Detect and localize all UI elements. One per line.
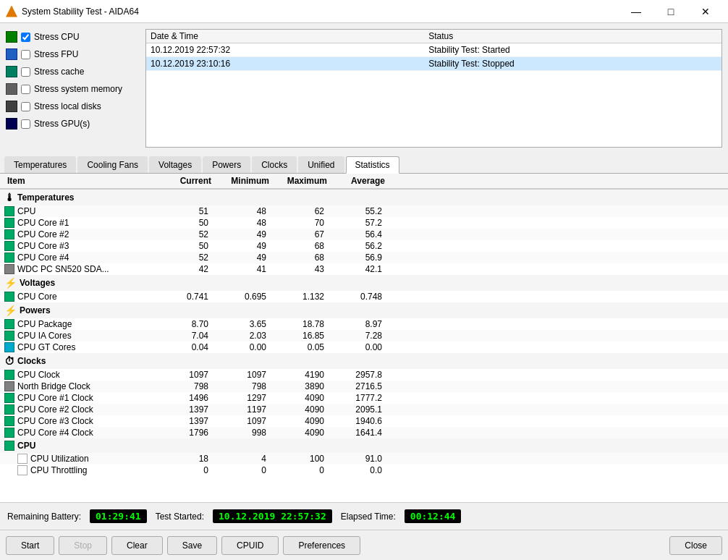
stress-gpu-item: Stress GPU(s) xyxy=(6,116,140,132)
app-icon xyxy=(6,6,17,17)
stress-cache-checkbox[interactable] xyxy=(21,67,30,77)
table-row[interactable]: CPU GT Cores 0.04 0.00 0.05 0.00 xyxy=(0,341,728,353)
stress-fpu-checkbox[interactable] xyxy=(21,50,30,59)
table-row[interactable]: CPU Core #1 50 48 70 57.2 xyxy=(0,217,728,229)
mem-stress-icon xyxy=(6,83,17,95)
test-started-label: Test Started: xyxy=(156,512,204,522)
main-container: Stress CPU Stress FPU Stress cache Stres… xyxy=(0,23,728,560)
tab-cooling-fans[interactable]: Cooling Fans xyxy=(77,156,148,173)
table-row[interactable]: CPU Clock 1097 1097 4190 2957.8 xyxy=(0,369,728,381)
table-row[interactable]: CPU Core #3 50 49 68 56.2 xyxy=(0,240,728,252)
close-window-button[interactable]: ✕ xyxy=(689,0,722,23)
save-button[interactable]: Save xyxy=(167,536,217,555)
cpu-clk-icon xyxy=(4,370,14,380)
group-cpu-label: CPU xyxy=(17,441,35,451)
battery-value: 01:29:41 xyxy=(90,509,147,523)
disk-icon xyxy=(4,264,14,274)
tab-voltages[interactable]: Voltages xyxy=(149,156,201,173)
cache-stress-icon xyxy=(6,66,17,77)
tab-powers[interactable]: Powers xyxy=(203,156,250,173)
cpu-core4-icon xyxy=(4,253,14,263)
table-row[interactable]: CPU Core #1 Clock 1496 1297 4090 1777.2 xyxy=(0,392,728,404)
log-table: Date & Time Status 10.12.2019 22:57:32 S… xyxy=(145,29,722,148)
fpu-stress-icon xyxy=(6,48,17,60)
throttle-icon xyxy=(17,465,27,475)
cpu-core1-icon xyxy=(4,218,14,228)
gpu-stress-icon xyxy=(6,118,17,130)
test-started-value: 10.12.2019 22:57:32 xyxy=(213,509,332,523)
stress-fpu-item: Stress FPU xyxy=(6,46,140,62)
stats-body[interactable]: 🌡 Temperatures CPU 51 48 62 55.2 CPU Cor… xyxy=(0,190,728,502)
stress-disk-checkbox[interactable] xyxy=(21,102,30,111)
col-maximum: Maximum xyxy=(272,176,330,186)
table-row[interactable]: CPU Package 8.70 3.65 18.78 8.97 xyxy=(0,318,728,330)
table-row[interactable]: North Bridge Clock 798 798 3890 2716.5 xyxy=(0,381,728,392)
close-button[interactable]: Close xyxy=(669,536,722,555)
minimize-button[interactable]: — xyxy=(619,0,653,23)
maximize-button[interactable]: □ xyxy=(654,0,687,23)
group-clocks-label: Clocks xyxy=(17,356,46,366)
cpuid-button[interactable]: CPUID xyxy=(221,536,279,555)
table-row[interactable]: CPU Core 0.741 0.695 1.132 0.748 xyxy=(0,291,728,302)
table-row[interactable]: CPU Core #2 52 49 67 56.4 xyxy=(0,229,728,240)
stats-container: Item Current Minimum Maximum Average 🌡 T… xyxy=(0,174,728,502)
table-row[interactable]: CPU 51 48 62 55.2 xyxy=(0,205,728,217)
stress-mem-item: Stress system memory xyxy=(6,81,140,97)
group-cpu: CPU xyxy=(0,438,728,453)
tab-temperatures[interactable]: Temperatures xyxy=(4,156,76,173)
cpu-icon xyxy=(4,206,14,216)
voltage-icon: ⚡ xyxy=(4,277,17,289)
table-row[interactable]: CPU Utilization 18 4 100 91.0 xyxy=(0,453,728,464)
stress-mem-checkbox[interactable] xyxy=(21,85,30,94)
stress-cpu-checkbox[interactable] xyxy=(21,33,30,42)
elapsed-value: 00:12:44 xyxy=(405,509,462,523)
start-button[interactable]: Start xyxy=(6,536,54,555)
table-row[interactable]: CPU Core #4 52 49 68 56.9 xyxy=(0,252,728,263)
tabs-bar: Temperatures Cooling Fans Voltages Power… xyxy=(0,153,728,174)
table-row[interactable]: CPU Core #3 Clock 1397 1097 4090 1940.6 xyxy=(0,415,728,427)
cpu-group-icon xyxy=(4,441,14,451)
stress-options: Stress CPU Stress FPU Stress cache Stres… xyxy=(6,29,140,148)
group-clocks: ⏱ Clocks xyxy=(0,353,728,369)
tab-clocks[interactable]: Clocks xyxy=(252,156,297,173)
stress-cache-item: Stress cache xyxy=(6,64,140,80)
stress-cpu-label: Stress CPU xyxy=(34,32,80,42)
log-row-1[interactable]: 10.12.2019 22:57:32 Stability Test: Star… xyxy=(146,43,721,57)
log-col-datetime: Date & Time xyxy=(146,30,424,43)
preferences-button[interactable]: Preferences xyxy=(283,536,360,555)
table-row[interactable]: CPU Core #2 Clock 1397 1197 4090 2095.1 xyxy=(0,404,728,415)
stress-cache-label: Stress cache xyxy=(34,67,84,77)
cpu-core4-clk-icon xyxy=(4,428,14,438)
stress-gpu-label: Stress GPU(s) xyxy=(34,119,90,129)
col-scrollbar-space xyxy=(388,176,724,186)
cpu-core3-icon xyxy=(4,241,14,251)
log-status-1: Stability Test: Started xyxy=(424,43,721,57)
stress-gpu-checkbox[interactable] xyxy=(21,119,30,129)
col-item: Item xyxy=(4,176,156,186)
table-row[interactable]: CPU Core #4 Clock 1796 998 4090 1641.4 xyxy=(0,427,728,438)
tab-unified[interactable]: Unified xyxy=(298,156,344,173)
clear-button[interactable]: Clear xyxy=(111,536,163,555)
cpu-core2-icon xyxy=(4,229,14,239)
cpu-core3-clk-icon xyxy=(4,416,14,426)
nb-clk-icon xyxy=(4,381,14,391)
log-row-2[interactable]: 10.12.2019 23:10:16 Stability Test: Stop… xyxy=(146,57,721,71)
col-minimum: Minimum xyxy=(214,176,272,186)
thermo-icon: 🌡 xyxy=(4,192,14,203)
util-icon xyxy=(17,454,27,464)
table-row[interactable]: WDC PC SN520 SDA... 42 41 43 42.1 xyxy=(0,263,728,275)
cpu-core1-clk-icon xyxy=(4,393,14,403)
group-temp-label: Temperatures xyxy=(17,192,74,203)
stats-header: Item Current Minimum Maximum Average xyxy=(0,174,728,190)
tab-statistics[interactable]: Statistics xyxy=(346,156,399,174)
table-row[interactable]: CPU Throttling 0 0 0 0.0 xyxy=(0,464,728,476)
log-col-status: Status xyxy=(424,30,721,43)
window-title: System Stability Test - AIDA64 xyxy=(22,7,619,17)
table-row[interactable]: CPU IA Cores 7.04 2.03 16.85 7.28 xyxy=(0,330,728,341)
stress-disk-label: Stress local disks xyxy=(34,101,101,111)
group-powers: ⚡ Powers xyxy=(0,302,728,318)
stop-button[interactable]: Stop xyxy=(59,536,107,555)
cpu-gt-icon xyxy=(4,342,14,352)
group-power-label: Powers xyxy=(20,305,51,315)
stress-fpu-label: Stress FPU xyxy=(34,49,78,59)
